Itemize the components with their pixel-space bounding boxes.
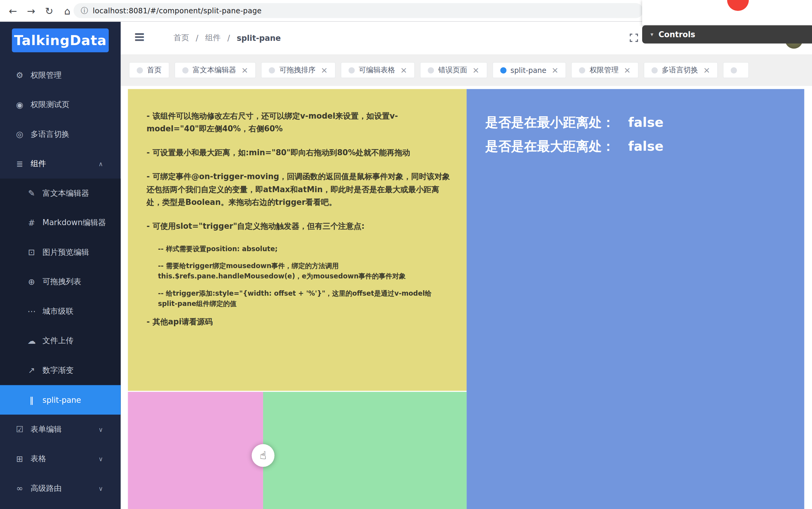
note-paragraph: - 该组件可以拖动修改左右尺寸，还可以绑定v-model来设置，如设置v-mod… xyxy=(147,110,450,136)
close-icon[interactable]: × xyxy=(624,66,631,74)
split-drag-trigger[interactable]: ☝ xyxy=(252,444,274,467)
sidebar-item-label: 多语言切换 xyxy=(31,130,69,139)
sidebar-item-permission[interactable]: ⚙ 权限管理 xyxy=(0,61,121,90)
cloud-upload-icon: ☁ xyxy=(26,336,37,346)
language-icon: ◎ xyxy=(14,130,25,139)
sidebar-item-image-preview[interactable]: ⊡ 图片预览编辑 xyxy=(0,238,121,267)
split-pane-demo: - 该组件可以拖动修改左右尺寸，还可以绑定v-model来设置，如设置v-mod… xyxy=(121,86,812,509)
tag-dot-icon xyxy=(652,67,658,73)
tag-language-switch[interactable]: 多语言切换 × xyxy=(644,62,718,78)
sidebar-item-split-pane[interactable]: ‖ split-pane xyxy=(0,385,121,415)
app-logo[interactable]: TalkingData xyxy=(12,28,109,53)
sidebar-item-label: 文件上传 xyxy=(42,336,73,346)
breadcrumb-current: split-pane xyxy=(237,33,281,43)
permission-icon: ⚙ xyxy=(14,70,25,80)
split-pane-icon: ‖ xyxy=(26,395,37,405)
sidebar-item-label: 富文本编辑器 xyxy=(42,189,89,198)
move-icon: ⊕ xyxy=(26,277,37,286)
status-value: false xyxy=(628,135,664,159)
tag-dot-icon xyxy=(349,67,355,73)
status-pane: 是否是在最小距离处： false 是否是在最大距离处： false xyxy=(466,89,804,509)
close-icon[interactable]: × xyxy=(400,66,407,74)
chevron-down-icon: ∨ xyxy=(98,485,103,492)
site-info-icon[interactable]: ⓘ xyxy=(81,6,88,15)
close-icon[interactable]: × xyxy=(241,66,248,74)
sidebar-item-permission-test[interactable]: ◉ 权限测试页 xyxy=(0,90,121,120)
opened-tags-bar: 首页 富文本编辑器 × 可拖拽排序 × 可编辑表格 × 错误页面 × split… xyxy=(121,55,812,86)
tag-draggable-sort[interactable]: 可拖拽排序 × xyxy=(261,62,335,78)
sidebar-item-label: 权限管理 xyxy=(31,70,62,80)
note-paragraph: - 可使用slot="trigger"自定义拖动触发器，但有三个注意点: xyxy=(147,220,450,233)
sidebar-item-label: 权限测试页 xyxy=(31,100,69,109)
forward-icon[interactable]: → xyxy=(24,4,37,17)
recorder-controls-bar[interactable]: ▾ Controls xyxy=(642,26,812,43)
tag-label: 可编辑表格 xyxy=(359,65,395,75)
status-row-min: 是否是在最小距离处： false xyxy=(485,111,790,135)
note-paragraph: - 可设置最小和最大距离，如:min="80"即向右拖动到80%处就不能再拖动 xyxy=(147,146,450,160)
menu-collapse-icon[interactable]: ≡ xyxy=(133,28,145,44)
status-label: 是否是在最小距离处： xyxy=(485,111,615,135)
sidebar-item-rich-text-editor[interactable]: ✎ 富文本编辑器 xyxy=(0,178,121,208)
tag-permission[interactable]: 权限管理 × xyxy=(572,62,639,78)
sidebar-item-file-upload[interactable]: ☁ 文件上传 xyxy=(0,326,121,355)
sidebar-group-table[interactable]: ⊞ 表格 ∨ xyxy=(0,444,121,474)
tag-error-page[interactable]: 错误页面 × xyxy=(420,62,487,78)
sidebar-group-advanced-router[interactable]: ∞ 高级路由 ∨ xyxy=(0,474,121,503)
sidebar-item-count-to[interactable]: ↗ 数字渐变 xyxy=(0,355,121,385)
tag-label: 可拖拽排序 xyxy=(280,65,316,75)
sidebar-item-label: 数字渐变 xyxy=(42,366,73,375)
caret-down-icon: ▾ xyxy=(650,31,653,38)
sidebar-item-language[interactable]: ◎ 多语言切换 xyxy=(0,120,121,149)
sidebar-group-components[interactable]: ≣ 组件 ∧ xyxy=(0,149,121,178)
address-bar[interactable]: ⓘ localhost:8081/#/component/split-pane-… xyxy=(73,3,643,18)
tag-editable-table[interactable]: 可编辑表格 × xyxy=(340,62,415,78)
close-icon[interactable]: × xyxy=(321,66,328,74)
tag-dot-icon xyxy=(269,67,275,73)
note-subparagraph: -- 给trigger添加:style="{width: offset + '%… xyxy=(158,289,450,309)
breadcrumb-components[interactable]: 组件 xyxy=(205,33,220,43)
status-value: false xyxy=(628,111,664,135)
sidebar-item-markdown-editor[interactable]: # Markdown编辑器 xyxy=(0,208,121,238)
sidebar-item-label: 城市级联 xyxy=(42,307,73,316)
breadcrumb-home[interactable]: 首页 xyxy=(173,33,189,43)
sidebar-item-city-cascade[interactable]: ⋯ 城市级联 xyxy=(0,297,121,326)
hand-cursor-icon: ☝ xyxy=(260,449,266,462)
breadcrumb: 首页 / 组件 / split-pane xyxy=(173,33,281,43)
close-icon[interactable]: × xyxy=(472,66,479,74)
close-icon[interactable]: × xyxy=(552,66,559,74)
recorder-panel xyxy=(642,0,812,25)
notes-pane: - 该组件可以拖动修改左右尺寸，还可以绑定v-model来设置，如设置v-mod… xyxy=(128,89,466,391)
tag-partial[interactable] xyxy=(723,62,749,78)
tag-dot-icon xyxy=(137,67,143,73)
note-subparagraph: -- 需要给trigger绑定mousedown事件，绑定的方法调用this.$… xyxy=(158,261,450,281)
components-icon: ≣ xyxy=(14,159,25,169)
tag-home[interactable]: 首页 xyxy=(129,62,169,78)
table-icon: ⊞ xyxy=(14,454,25,464)
components-submenu: ✎ 富文本编辑器 # Markdown编辑器 ⊡ 图片预览编辑 ⊕ 可拖拽列表 … xyxy=(0,178,121,415)
tag-rich-text-editor[interactable]: 富文本编辑器 × xyxy=(174,62,256,78)
back-icon[interactable]: ← xyxy=(6,4,20,17)
permission-test-icon: ◉ xyxy=(14,100,25,109)
sidebar-group-form-edit[interactable]: ☑ 表单编辑 ∨ xyxy=(0,415,121,444)
note-paragraph: - 可绑定事件@on-trigger-moving，回调函数的返回值是鼠标事件对… xyxy=(147,170,450,209)
tag-active-dot-icon xyxy=(500,67,507,73)
sidebar-item-label: Markdown编辑器 xyxy=(42,218,106,228)
chevron-up-icon: ∧ xyxy=(98,160,103,167)
tag-label: 权限管理 xyxy=(589,65,619,75)
trend-up-icon: ↗ xyxy=(26,366,37,375)
fullscreen-icon[interactable] xyxy=(629,33,639,43)
tag-dot-icon xyxy=(579,67,586,73)
reload-icon[interactable]: ↻ xyxy=(42,4,56,17)
bottom-left-pane xyxy=(128,392,263,509)
url-text: localhost:8081/#/component/split-pane-pa… xyxy=(93,6,262,14)
tag-dot-icon xyxy=(182,67,189,73)
tag-split-pane[interactable]: split-pane × xyxy=(492,62,566,78)
close-icon[interactable]: × xyxy=(703,66,710,74)
tag-label: 错误页面 xyxy=(438,65,467,75)
home-icon[interactable]: ⌂ xyxy=(61,4,74,17)
crop-icon: ⊡ xyxy=(26,247,37,257)
controls-label: Controls xyxy=(658,30,695,39)
screen: ← → ↻ ⌂ ⓘ localhost:8081/#/component/spl… xyxy=(0,0,812,509)
sidebar-item-draggable-list[interactable]: ⊕ 可拖拽列表 xyxy=(0,267,121,297)
tag-label: 首页 xyxy=(147,65,162,75)
